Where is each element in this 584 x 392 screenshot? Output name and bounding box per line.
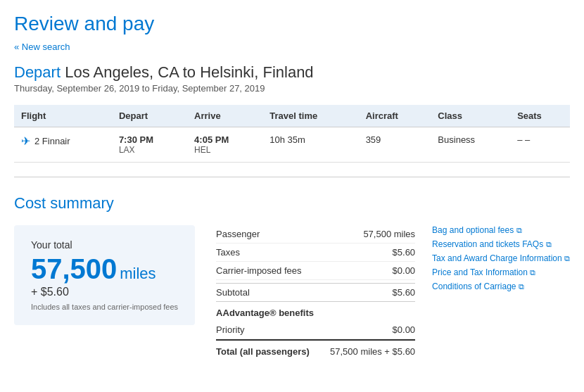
depart-airport: LAX: [119, 145, 180, 155]
cost-row: Subtotal $5.60: [216, 283, 415, 302]
page-container: Review and pay « New search Depart Los A…: [0, 0, 584, 381]
external-link-icon: ⧉: [519, 282, 524, 291]
cost-row: Priority $0.00: [216, 321, 415, 339]
external-link-icon: ⧉: [564, 254, 570, 263]
cash-amount: + $5.60: [31, 286, 69, 298]
total-row: Total (all passengers) 57,500 miles + $5…: [216, 339, 415, 360]
cost-link[interactable]: Conditions of Carriage ⧉: [432, 282, 570, 291]
cost-label: Priority: [216, 324, 315, 335]
cost-row: Passenger 57,500 miles: [216, 225, 415, 244]
route-header: Depart Los Angeles, CA to Helsinki, Finl…: [14, 63, 570, 94]
flight-table: Flight Depart Arrive Travel time Aircraf…: [14, 105, 570, 163]
cost-summary-title: Cost summary: [14, 194, 570, 213]
aadvantage-section-title: AAdvantage® benefits: [216, 302, 415, 321]
cost-value: $0.00: [345, 324, 415, 335]
left-costs: Passenger 57,500 miles Taxes $5.60 Carri…: [216, 225, 415, 360]
arrive-time: 4:05 PM: [194, 134, 255, 145]
cost-layout: Your total 57,500 miles + $5.60 Includes…: [14, 225, 570, 360]
right-links: Bag and optional fees ⧉Reservation and t…: [432, 225, 570, 360]
cost-value: $5.60: [345, 247, 415, 258]
external-link-icon: ⧉: [516, 226, 522, 234]
table-header-row: Flight Depart Arrive Travel time Aircraf…: [14, 105, 570, 127]
route-destination: Helsinki, Finland: [200, 63, 313, 81]
cost-value: $5.60: [345, 287, 415, 298]
cost-link[interactable]: Reservation and tickets FAQs ⧉: [432, 239, 570, 249]
cost-link[interactable]: Tax and Award Charge Information ⧉: [432, 253, 570, 263]
includes-note: Includes all taxes and carrier-imposed f…: [31, 303, 178, 311]
col-arrive: Arrive: [187, 105, 262, 127]
cost-label: Carrier-imposed fees: [216, 265, 315, 276]
your-total-label: Your total: [31, 239, 178, 251]
total-label: Total (all passengers): [216, 346, 315, 357]
new-search-link[interactable]: « New search: [14, 42, 70, 52]
plane-icon: ✈: [21, 134, 30, 148]
depart-time: 7:30 PM: [119, 134, 180, 145]
seats-cell: – –: [510, 127, 570, 163]
col-depart: Depart: [112, 105, 187, 127]
your-total-miles-word: miles: [120, 265, 155, 282]
total-value: 57,500 miles + $5.60: [330, 346, 415, 357]
your-total-miles-line: 57,500 miles: [31, 255, 178, 283]
your-total-box: Your total 57,500 miles + $5.60 Includes…: [14, 225, 195, 325]
external-link-icon: ⧉: [546, 240, 552, 248]
page-title: Review and pay: [14, 13, 570, 35]
arrive-airport: HEL: [194, 145, 255, 155]
main-cost-area: Passenger 57,500 miles Taxes $5.60 Carri…: [216, 225, 570, 360]
class-cell: Business: [431, 127, 510, 163]
col-travel-time: Travel time: [262, 105, 358, 127]
cost-row: Taxes $5.60: [216, 244, 415, 262]
route-title: Depart Los Angeles, CA to Helsinki, Finl…: [14, 63, 570, 82]
cost-details: Passenger 57,500 miles Taxes $5.60 Carri…: [216, 225, 570, 360]
section-divider: [14, 177, 570, 177]
cost-link[interactable]: Bag and optional fees ⧉: [432, 225, 570, 235]
route-origin: Los Angeles, CA: [65, 63, 178, 81]
cost-row: Carrier-imposed fees $0.00: [216, 262, 415, 280]
cost-value: 57,500 miles: [345, 229, 415, 239]
arrive-cell: 4:05 PM HEL: [187, 127, 262, 163]
cost-label: Taxes: [216, 247, 315, 258]
cost-link[interactable]: Price and Tax Information ⧉: [432, 267, 570, 277]
depart-word: Depart: [14, 63, 61, 81]
cost-label: Passenger: [216, 229, 315, 239]
col-class: Class: [431, 105, 510, 127]
your-total-miles: 57,500: [31, 253, 117, 284]
your-total-cash: + $5.60: [31, 286, 178, 298]
col-aircraft: Aircraft: [359, 105, 431, 127]
flight-cell: ✈ 2 Finnair: [14, 127, 112, 163]
col-seats: Seats: [510, 105, 570, 127]
route-dates: Thursday, September 26, 2019 to Friday, …: [14, 83, 570, 94]
flight-number: 2 Finnair: [34, 136, 70, 146]
depart-cell: 7:30 PM LAX: [112, 127, 187, 163]
external-link-icon: ⧉: [530, 268, 535, 277]
travel-time-cell: 10h 35m: [262, 127, 358, 163]
table-row: ✈ 2 Finnair 7:30 PM LAX 4:05 PM HEL 10h …: [14, 127, 570, 163]
col-flight: Flight: [14, 105, 112, 127]
aircraft-cell: 359: [359, 127, 431, 163]
cost-value: $0.00: [345, 265, 415, 276]
cost-label: Subtotal: [216, 287, 315, 298]
